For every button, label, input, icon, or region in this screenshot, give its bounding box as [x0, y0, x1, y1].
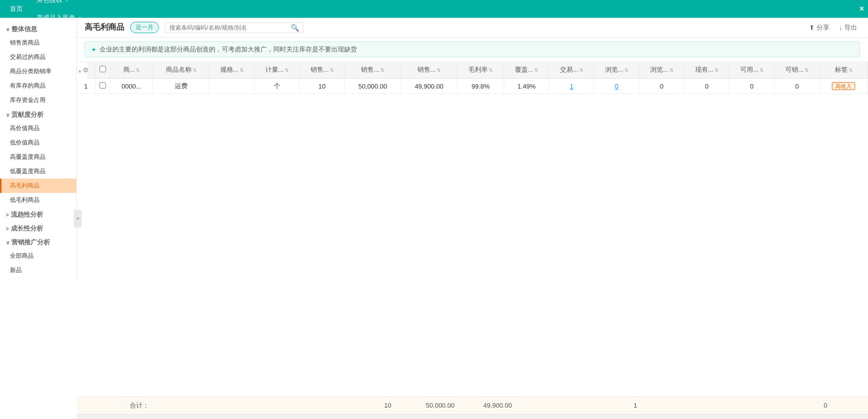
search-input[interactable]: [169, 24, 289, 31]
section-arrow-0: ∨: [6, 27, 9, 32]
sort-icon-stock_current: ⇅: [715, 67, 718, 73]
sort-icon-transaction: ⇅: [579, 67, 583, 73]
col-label-stock_available: 可用...: [740, 65, 759, 74]
nav-tab-close[interactable]: ×: [65, 0, 68, 3]
export-button[interactable]: ↓ 导出: [836, 22, 861, 33]
sidebar-section-1[interactable]: ∨贡献度分析: [0, 107, 76, 121]
nav-tab-close[interactable]: ×: [78, 15, 81, 21]
col-header-tag[interactable]: 标签⇅: [819, 61, 868, 79]
col-header-checkbox: [95, 61, 110, 79]
cell-sales_count: 10: [300, 79, 345, 94]
transaction-link[interactable]: 1: [570, 83, 573, 90]
col-header-coverage[interactable]: 覆盖...⇅: [504, 61, 549, 79]
cell-gross_margin: 99.8%: [457, 79, 504, 94]
col-header-sales_amount[interactable]: 销售...⇅: [345, 61, 401, 79]
col-header-sales_profit[interactable]: 销售...⇅: [401, 61, 458, 79]
section-title-2: 流趋性分析: [11, 210, 43, 219]
sidebar-section-3[interactable]: >成长性分析: [0, 221, 76, 235]
col-label-coverage: 覆盖...: [515, 65, 533, 74]
cell-unit: 个: [255, 79, 300, 94]
sidebar-item-1-0[interactable]: 高价值商品: [0, 121, 76, 136]
footer-sales-amount: 50,000.00: [415, 402, 465, 409]
gear-icon[interactable]: ⚙: [83, 66, 89, 74]
section-title-1: 贡献度分析: [11, 110, 44, 119]
sidebar-item-0-0[interactable]: 销售类商品: [0, 36, 76, 50]
period-button[interactable]: 近一月: [130, 22, 159, 33]
top-nav: 首页 销售单×进货单×权限设置×角色授权×产成品入库单×单据模板设置×商品分析×…: [0, 0, 868, 18]
close-all-button[interactable]: ×: [860, 4, 864, 13]
sort-icon-view2: ⇅: [669, 67, 673, 73]
col-header-spec[interactable]: 规格...⇅: [209, 61, 255, 79]
sidebar-item-1-2[interactable]: 高覆盖度商品: [0, 150, 76, 164]
sidebar-section-2[interactable]: >流趋性分析: [0, 207, 76, 221]
section-title-4: 营销推广分析: [11, 238, 50, 247]
nav-tab-3[interactable]: 角色授权×: [31, 0, 87, 9]
col-header-view1[interactable]: 浏览...⇅: [594, 61, 639, 79]
nav-tab-close[interactable]: ×: [78, 33, 81, 39]
sort-icon-name: ⇅: [193, 67, 197, 73]
sidebar-content: ∨整体信息销售类商品交易过的商品商品分类助销率有库存的商品库存资金占用∨贡献度分…: [0, 22, 76, 278]
view1-link[interactable]: 0: [615, 83, 618, 90]
sidebar-collapse-button[interactable]: «: [74, 210, 82, 228]
col-header-transaction[interactable]: 交易...⇅: [549, 61, 594, 79]
sort-icon-unit: ⇅: [285, 67, 289, 73]
sidebar-section-0[interactable]: ∨整体信息: [0, 22, 76, 36]
sort-icon-sales_amount: ⇅: [380, 67, 384, 73]
table-head: ⚙商...⇅商品名称⇅规格...⇅计量...⇅销售...⇅销售...⇅销售...…: [77, 61, 868, 79]
col-header-gross_margin[interactable]: 毛利率⇅: [457, 61, 504, 79]
search-box: 🔍: [165, 22, 304, 33]
footer-stock-available: 0: [806, 402, 845, 409]
sidebar-item-1-4[interactable]: 高毛利商品: [0, 179, 76, 193]
cell-coverage: 1.49%: [504, 79, 549, 94]
cell-stock_sellable: 0: [774, 79, 819, 94]
col-header-stock_available[interactable]: 可用...⇅: [729, 61, 774, 79]
cell-checkbox[interactable]: [95, 79, 110, 94]
nav-home[interactable]: 首页: [4, 4, 29, 13]
table-container[interactable]: ⚙商...⇅商品名称⇅规格...⇅计量...⇅销售...⇅销售...⇅销售...…: [77, 61, 868, 396]
content-area: 高毛利商品 近一月 🔍 ⬆ 分享 ↓ 导出 ✦ 企业的主要的利润都是这部分商品创…: [77, 18, 868, 419]
table-row: 10000...运费个1050,000.0049,900.0099.8%1.49…: [77, 79, 868, 94]
sidebar-item-1-1[interactable]: 低价值商品: [0, 136, 76, 150]
share-icon: ⬆: [809, 24, 815, 31]
sidebar-item-0-3[interactable]: 有库存的商品: [0, 79, 76, 93]
sidebar-item-1-3[interactable]: 低覆盖度商品: [0, 164, 76, 179]
page-title: 高毛利商品: [85, 22, 124, 33]
col-header-stock_current[interactable]: 现有...⇅: [684, 61, 729, 79]
export-icon: ↓: [839, 24, 843, 31]
share-button[interactable]: ⬆ 分享: [806, 22, 832, 33]
select-all-checkbox[interactable]: [100, 66, 106, 72]
section-title-0: 整体信息: [11, 25, 37, 34]
cell-view1[interactable]: 0: [594, 79, 639, 94]
sidebar-item-4-0[interactable]: 全部商品: [0, 249, 76, 263]
sidebar-item-0-2[interactable]: 商品分类助销率: [0, 64, 76, 79]
bottom-scrollbar[interactable]: [77, 414, 868, 419]
footer-sales-count: 10: [368, 402, 408, 409]
nav-tab-label: 角色授权: [37, 0, 62, 4]
sidebar-item-0-1[interactable]: 交易过的商品: [0, 50, 76, 64]
export-label: 导出: [844, 23, 857, 32]
cell-transaction[interactable]: 1: [549, 79, 594, 94]
sidebar-section-4[interactable]: ∨营销推广分析: [0, 235, 76, 249]
sort-icon-coverage: ⇅: [534, 67, 538, 73]
col-header-code[interactable]: 商...⇅: [110, 61, 153, 79]
col-label-spec: 规格...: [220, 65, 239, 74]
col-header-view2[interactable]: 浏览...⇅: [639, 61, 684, 79]
sidebar-item-1-5[interactable]: 低毛利商品: [0, 193, 76, 207]
search-icon: 🔍: [291, 24, 299, 32]
notice-icon: ✦: [91, 46, 97, 53]
cell-tag: 高收入: [819, 79, 868, 94]
sort-icon-stock_available: ⇅: [760, 67, 764, 73]
sort-icon-sales_count: ⇅: [330, 67, 334, 73]
row-checkbox[interactable]: [100, 82, 106, 89]
sidebar-wrapper: ∨整体信息销售类商品交易过的商品商品分类助销率有库存的商品库存资金占用∨贡献度分…: [0, 18, 77, 419]
footer-sales-profit: 49,900.00: [473, 402, 522, 409]
col-header-unit[interactable]: 计量...⇅: [255, 61, 300, 79]
col-header-sales_count[interactable]: 销售...⇅: [300, 61, 345, 79]
col-header-stock_sellable[interactable]: 可销...⇅: [774, 61, 819, 79]
cell-spec: [209, 79, 255, 94]
sidebar-item-4-1[interactable]: 新品: [0, 263, 76, 278]
col-header-name[interactable]: 商品名称⇅: [153, 61, 209, 79]
section-arrow-2: >: [6, 212, 9, 218]
sidebar-item-0-4[interactable]: 库存资金占用: [0, 93, 76, 107]
footer-label: 合计：: [85, 401, 194, 410]
